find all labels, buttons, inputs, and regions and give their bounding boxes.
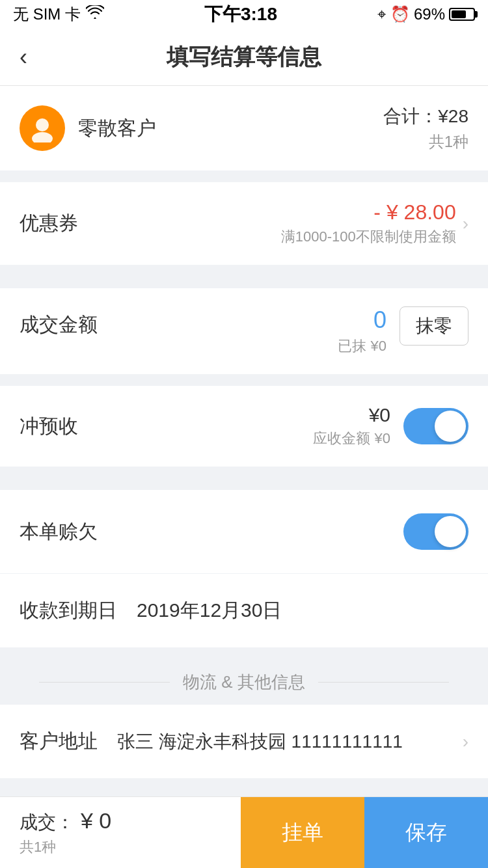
coupon-chevron-icon: › — [463, 213, 468, 234]
alarm-icon: ⏰ — [390, 5, 410, 23]
bottom-count: 共1种 — [20, 837, 241, 857]
debit-label: 本单赊欠 — [20, 519, 98, 545]
coupon-section: 优惠券 - ¥ 28.00 满1000-100不限制使用金额 › — [0, 182, 488, 265]
amount-value-wrapper: 0 已抹 ¥0 — [338, 306, 386, 356]
status-bar-right: ⌖ ⏰ 69% — [377, 5, 475, 23]
coupon-right: - ¥ 28.00 满1000-100不限制使用金额 › — [281, 200, 468, 247]
due-date-value: 2019年12月30日 — [137, 597, 282, 624]
customer-total: 合计：¥28 — [383, 104, 468, 129]
coupon-label: 优惠券 — [20, 210, 78, 237]
debit-toggle-knob — [435, 516, 466, 547]
back-button[interactable]: ‹ — [20, 44, 27, 71]
customer-name: 零散客户 — [78, 115, 156, 142]
bottom-deal: 成交： ¥ 0 — [20, 808, 241, 835]
bottom-deal-amount: ¥ 0 — [81, 808, 111, 834]
wifi-icon — [86, 5, 104, 23]
bottom-info: 成交： ¥ 0 共1种 — [0, 808, 241, 857]
round-button[interactable]: 抹零 — [400, 306, 468, 346]
amount-label: 成交金额 — [20, 306, 98, 338]
coupon-discount: - ¥ 28.00 — [281, 200, 456, 224]
hold-button[interactable]: 挂单 — [241, 797, 364, 869]
customer-right: 合计：¥28 共1种 — [383, 104, 468, 152]
customer-row: 零散客户 合计：¥28 共1种 — [0, 86, 488, 170]
coupon-desc: 满1000-100不限制使用金额 — [281, 227, 456, 247]
logistics-header-text: 物流 & 其他信息 — [170, 671, 318, 694]
section-divider-1 — [0, 277, 488, 288]
location-icon: ⌖ — [377, 5, 386, 23]
debit-toggle[interactable] — [403, 513, 468, 550]
prepaid-value-wrapper: ¥0 应收金额 ¥0 — [313, 404, 390, 448]
customer-section: 零散客户 合计：¥28 共1种 — [0, 86, 488, 170]
amount-value: 0 — [338, 306, 386, 334]
prepaid-section: 冲预收 ¥0 应收金额 ¥0 — [0, 386, 488, 467]
debit-row: 本单赊欠 — [0, 490, 488, 573]
status-bar: 无 SIM 卡 下午3:18 ⌖ ⏰ 69% — [0, 0, 488, 29]
save-button[interactable]: 保存 — [364, 797, 488, 869]
prepaid-label: 冲预收 — [20, 413, 78, 440]
content: 零散客户 合计：¥28 共1种 优惠券 - ¥ 28.00 满1000-100不… — [0, 86, 488, 868]
amount-section: 成交金额 0 已抹 ¥0 抹零 — [0, 288, 488, 374]
prepaid-right: ¥0 应收金额 ¥0 — [313, 404, 468, 448]
battery-percent: 69% — [414, 5, 445, 23]
bottom-deal-label: 成交： — [20, 810, 74, 835]
customer-left: 零散客户 — [20, 105, 156, 151]
section-divider-2 — [0, 478, 488, 490]
coupon-row[interactable]: 优惠券 - ¥ 28.00 满1000-100不限制使用金额 › — [0, 182, 488, 265]
prepaid-sub: 应收金额 ¥0 — [313, 429, 390, 448]
prepaid-row: 冲预收 ¥0 应收金额 ¥0 — [0, 386, 488, 467]
due-date-row: 收款到期日 2019年12月30日 — [0, 573, 488, 647]
customer-count: 共1种 — [383, 131, 468, 152]
address-row[interactable]: 客户地址 张三 海淀永丰科技园 11111111111 › — [0, 705, 488, 778]
battery-icon — [449, 8, 475, 21]
amount-right: 0 已抹 ¥0 抹零 — [338, 306, 468, 356]
nav-bar: ‹ 填写结算等信息 — [0, 29, 488, 86]
address-value: 张三 海淀永丰科技园 11111111111 — [117, 729, 463, 754]
amount-row: 成交金额 0 已抹 ¥0 抹零 — [0, 288, 488, 374]
sim-status: 无 SIM 卡 — [13, 4, 81, 25]
prepaid-toggle[interactable] — [403, 408, 468, 444]
customer-avatar — [20, 105, 65, 151]
logistics-header: 物流 & 其他信息 — [0, 659, 488, 705]
svg-point-1 — [32, 132, 53, 142]
bottom-bar: 成交： ¥ 0 共1种 挂单 保存 — [0, 796, 488, 868]
amount-sub: 已抹 ¥0 — [338, 336, 386, 356]
status-bar-time: 下午3:18 — [204, 2, 277, 27]
debit-section: 本单赊欠 收款到期日 2019年12月30日 — [0, 490, 488, 647]
due-date-label: 收款到期日 — [20, 597, 117, 624]
coupon-value-wrapper: - ¥ 28.00 满1000-100不限制使用金额 — [281, 200, 456, 247]
prepaid-value: ¥0 — [313, 404, 390, 426]
address-chevron-icon: › — [463, 731, 468, 752]
svg-point-0 — [36, 118, 49, 131]
address-section: 客户地址 张三 海淀永丰科技园 11111111111 › — [0, 705, 488, 778]
status-bar-left: 无 SIM 卡 — [13, 4, 104, 25]
page-title: 填写结算等信息 — [167, 42, 321, 72]
prepaid-toggle-knob — [435, 411, 466, 442]
address-label: 客户地址 — [20, 728, 98, 755]
